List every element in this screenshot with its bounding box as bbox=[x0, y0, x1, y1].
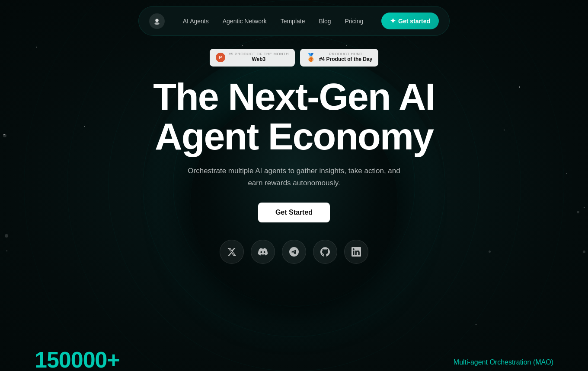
svg-point-1 bbox=[155, 22, 160, 25]
social-icon-github[interactable] bbox=[313, 240, 337, 264]
nav-link-agentic-network[interactable]: Agentic Network bbox=[217, 15, 272, 27]
nav-link-template[interactable]: Template bbox=[275, 15, 310, 27]
hero-headline-line1: The Next-Gen AI bbox=[153, 75, 435, 118]
badge-product-day: 🥉 PRODUCT HUNT #4 Product of the Day bbox=[300, 49, 378, 67]
social-icon-linkedin[interactable] bbox=[344, 240, 368, 264]
badge-product-month: P #5 PRODUCT OF THE MONTH Web3 bbox=[210, 49, 295, 67]
nav-get-started-button[interactable]: ✦ Get started bbox=[381, 13, 439, 29]
svg-point-0 bbox=[155, 19, 158, 22]
badge-text-wrap-2: PRODUCT HUNT #4 Product of the Day bbox=[319, 52, 372, 63]
social-icon-twitter[interactable] bbox=[220, 240, 244, 264]
badge-top-text-2: PRODUCT HUNT bbox=[319, 52, 372, 56]
star bbox=[476, 324, 476, 325]
social-icons-row bbox=[220, 240, 368, 264]
main-content: P #5 PRODUCT OF THE MONTH Web3 🥉 PRODUCT… bbox=[0, 36, 588, 277]
nav-link-ai-agents[interactable]: AI Agents bbox=[178, 15, 214, 27]
nav-links: AI Agents Agentic Network Template Blog … bbox=[178, 15, 369, 27]
bottom-section: 150000+ Multi-agent Orchestration (MAO) bbox=[0, 345, 588, 371]
nav-logo[interactable] bbox=[149, 13, 165, 29]
badge-top-text-1: #5 PRODUCT OF THE MONTH bbox=[229, 52, 289, 56]
social-icon-telegram[interactable] bbox=[282, 240, 306, 264]
award-icon: 🥉 bbox=[306, 53, 316, 62]
bottom-mao: Multi-agent Orchestration (MAO) bbox=[454, 357, 553, 371]
nav-link-blog[interactable]: Blog bbox=[313, 15, 336, 27]
hero-headline: The Next-Gen AI Agent Economy bbox=[153, 77, 435, 157]
badges-row: P #5 PRODUCT OF THE MONTH Web3 🥉 PRODUCT… bbox=[210, 49, 379, 67]
hero-headline-line2: Agent Economy bbox=[155, 115, 433, 158]
badge-main-text-1: Web3 bbox=[229, 56, 289, 63]
bottom-stat: 150000+ bbox=[35, 349, 120, 371]
navbar: AI Agents Agentic Network Template Blog … bbox=[138, 6, 450, 36]
nav-wrapper: AI Agents Agentic Network Template Blog … bbox=[0, 6, 588, 36]
producthunt-icon: P bbox=[216, 53, 225, 62]
nav-link-pricing[interactable]: Pricing bbox=[340, 15, 369, 27]
hero-subtext: Orchestrate multiple AI agents to gather… bbox=[182, 165, 406, 188]
badge-main-text-2: #4 Product of the Day bbox=[319, 56, 372, 63]
hero-cta-button[interactable]: Get Started bbox=[258, 203, 330, 222]
badge-text-wrap-1: #5 PRODUCT OF THE MONTH Web3 bbox=[229, 52, 289, 63]
social-icon-discord[interactable] bbox=[251, 240, 275, 264]
star-icon: ✦ bbox=[390, 17, 396, 25]
nav-cta-label: Get started bbox=[398, 18, 430, 25]
